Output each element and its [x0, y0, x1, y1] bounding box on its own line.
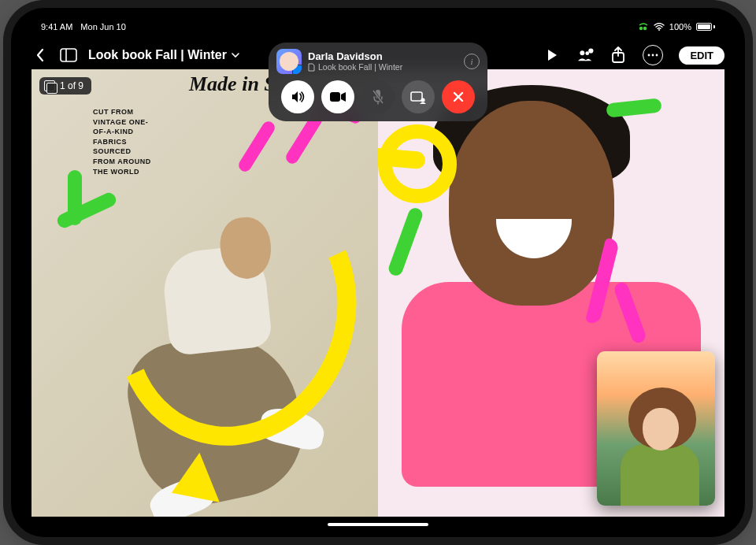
- mute-button[interactable]: [361, 80, 395, 113]
- page-counter[interactable]: 1 of 9: [39, 77, 91, 95]
- brush-stroke: [68, 170, 82, 225]
- edit-button[interactable]: EDIT: [679, 46, 724, 65]
- wifi-icon: [654, 23, 665, 31]
- svg-point-2: [658, 29, 660, 31]
- call-info-button[interactable]: i: [464, 54, 480, 69]
- svg-point-6: [586, 51, 590, 55]
- facetime-self-view[interactable]: [597, 351, 715, 506]
- document-icon: [308, 63, 315, 72]
- audio-route-button[interactable]: [281, 80, 314, 113]
- shareplay-button[interactable]: [402, 80, 435, 113]
- facetime-header[interactable]: Darla Davidson Look book Fall | Winter i: [276, 49, 480, 74]
- svg-point-0: [639, 27, 643, 30]
- more-button[interactable]: [643, 45, 663, 65]
- camera-toggle-button[interactable]: [321, 80, 354, 113]
- shareplay-badge-icon: [292, 65, 302, 74]
- document-title[interactable]: Look book Fall | Winter: [88, 48, 239, 62]
- brush-circle: [378, 124, 457, 203]
- svg-point-11: [656, 54, 658, 57]
- shareplay-indicator-icon: [638, 23, 649, 31]
- svg-point-17: [421, 98, 424, 102]
- collaboration-button[interactable]: [576, 46, 594, 64]
- ipad-frame: 9:41 AM Mon Jun 10 100%: [11, 8, 745, 537]
- screen: 9:41 AM Mon Jun 10 100%: [19, 16, 737, 529]
- status-bar: 9:41 AM Mon Jun 10 100%: [19, 16, 737, 38]
- shareplay-document-label: Look book Fall | Winter: [308, 62, 402, 72]
- back-button[interactable]: [32, 46, 49, 64]
- self-video-preview: [611, 387, 706, 506]
- battery-icon: [696, 23, 715, 31]
- svg-point-1: [643, 27, 647, 30]
- caller-avatar: [276, 49, 302, 74]
- sidebar-toggle-icon[interactable]: [60, 46, 77, 64]
- page-left: 1 of 9 Made in Sa CUT FROM VINTAGE ONE-O…: [32, 69, 378, 517]
- svg-point-9: [648, 54, 650, 57]
- document-title-text: Look book Fall | Winter: [88, 48, 227, 62]
- svg-rect-16: [411, 92, 422, 101]
- end-call-button[interactable]: [442, 80, 475, 113]
- play-slideshow-button[interactable]: [543, 46, 561, 64]
- status-date: Mon Jun 10: [80, 22, 125, 32]
- svg-rect-3: [61, 49, 76, 61]
- status-time: 9:41 AM: [41, 22, 72, 32]
- home-indicator[interactable]: [328, 523, 428, 526]
- caller-name: Darla Davidson: [308, 51, 402, 62]
- svg-rect-12: [330, 92, 340, 102]
- share-button[interactable]: [610, 46, 627, 64]
- svg-point-5: [580, 50, 585, 55]
- facetime-hud[interactable]: Darla Davidson Look book Fall | Winter i: [269, 43, 487, 121]
- battery-percentage: 100%: [669, 22, 691, 32]
- svg-point-10: [652, 54, 654, 57]
- chevron-down-icon: [232, 51, 239, 59]
